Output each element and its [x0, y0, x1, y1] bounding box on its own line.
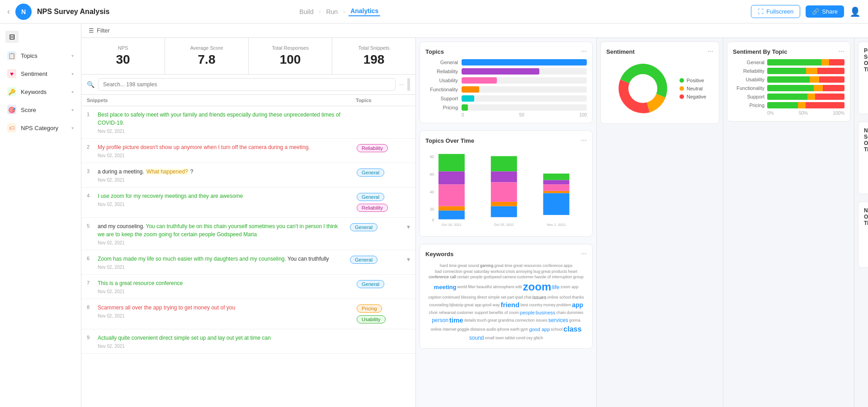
word-item[interactable]: great sound: [458, 263, 479, 268]
word-item[interactable]: chat: [524, 295, 531, 299]
word-item[interactable]: goggle: [457, 327, 469, 332]
word-item[interactable]: bjbatzip: [449, 303, 463, 307]
word-item[interactable]: oxy: [526, 336, 533, 340]
word-item[interactable]: great grandma: [488, 318, 514, 323]
word-item[interactable]: chain: [556, 310, 566, 315]
word-item[interactable]: gym: [520, 327, 528, 332]
word-item[interactable]: meeting: [434, 284, 457, 290]
topic-tag[interactable]: General: [357, 280, 384, 288]
word-item[interactable]: crisis: [505, 269, 515, 274]
sbt-more-icon[interactable]: ···: [839, 47, 844, 56]
word-item[interactable]: friend: [501, 301, 520, 309]
word-item[interactable]: annoying bug: [516, 269, 540, 274]
word-item[interactable]: earth: [510, 327, 520, 332]
topic-tag[interactable]: Usability: [357, 315, 386, 323]
word-item[interactable]: gonna: [569, 318, 580, 323]
topic-tag[interactable]: General: [357, 193, 384, 201]
expand-icon[interactable]: ▾: [407, 223, 410, 230]
word-item[interactable]: choir rehearsal: [429, 310, 456, 315]
word-item[interactable]: customer: [517, 275, 533, 279]
sentiment-more-icon[interactable]: ···: [708, 47, 713, 56]
word-item[interactable]: people: [520, 310, 535, 315]
word-item[interactable]: thanks: [572, 295, 584, 299]
wc-more-icon[interactable]: ···: [581, 250, 587, 258]
word-item[interactable]: services: [548, 317, 568, 323]
sidebar-item-keywords[interactable]: 🔑 Keywords ▾: [0, 83, 81, 101]
word-item[interactable]: touch: [477, 318, 487, 323]
word-item[interactable]: great time: [494, 263, 512, 268]
back-button[interactable]: ‹: [7, 7, 10, 16]
search-more-icon[interactable]: ···: [399, 81, 404, 88]
word-item[interactable]: issues: [532, 295, 546, 300]
topic-tag[interactable]: Reliability: [357, 204, 388, 212]
sidebar-item-sentiment[interactable]: ♥ Sentiment ▾: [0, 65, 81, 83]
word-item[interactable]: class: [563, 325, 581, 333]
sidebar-item-nps[interactable]: 🏷 NPS Category ▾: [0, 119, 81, 137]
word-item[interactable]: ipad: [515, 295, 523, 299]
topic-tag[interactable]: Pricing: [357, 304, 382, 313]
filter-button[interactable]: ☰ Filter: [89, 27, 110, 34]
word-item[interactable]: covid: [516, 336, 525, 340]
word-item[interactable]: edit: [515, 285, 522, 289]
word-item[interactable]: certain people godspeed: [457, 275, 502, 279]
word-item[interactable]: continued blessing: [442, 295, 476, 299]
sidebar-item-score[interactable]: 🎯 Score ▾: [0, 101, 81, 119]
word-item[interactable]: group: [573, 275, 584, 279]
word-item[interactable]: great products: [541, 269, 567, 274]
word-item[interactable]: audio: [486, 327, 496, 332]
step-analytics[interactable]: Analytics: [349, 7, 380, 16]
word-item[interactable]: tablet: [505, 336, 515, 340]
fullscreen-button[interactable]: ⛶ Fullscreen: [751, 5, 800, 18]
word-item[interactable]: connection issues: [515, 318, 547, 323]
topic-tag[interactable]: General: [357, 168, 384, 177]
word-item[interactable]: life: [552, 284, 560, 290]
word-item[interactable]: customer support: [457, 310, 488, 315]
word-item[interactable]: best: [520, 303, 528, 307]
word-item[interactable]: app: [572, 301, 583, 309]
sidebar-item-topics[interactable]: 📋 Topics ▾: [0, 47, 81, 65]
word-item[interactable]: zoom app: [561, 285, 579, 289]
topics-more-icon[interactable]: ···: [581, 47, 587, 56]
step-run[interactable]: Run: [324, 8, 340, 15]
word-item[interactable]: great saturday workout: [463, 269, 505, 274]
word-item[interactable]: benefits of zoom: [489, 310, 519, 315]
word-item[interactable]: bad connection: [435, 269, 462, 274]
word-item[interactable]: counseling: [429, 303, 448, 307]
word-item[interactable]: small town: [485, 336, 505, 340]
word-item[interactable]: country: [529, 303, 542, 307]
word-item[interactable]: problem: [557, 303, 571, 307]
toggle-sidebar-button[interactable]: ⊟: [5, 31, 19, 43]
word-item[interactable]: heart: [568, 269, 578, 274]
topic-tag[interactable]: Reliability: [357, 144, 388, 152]
word-item[interactable]: business: [536, 310, 555, 315]
search-input[interactable]: [98, 78, 396, 91]
word-item[interactable]: hard time: [440, 263, 457, 268]
word-item[interactable]: iphone: [497, 327, 509, 332]
expand-icon[interactable]: ▾: [407, 256, 410, 263]
word-item[interactable]: online internet: [431, 327, 457, 332]
word-item[interactable]: apps: [564, 263, 573, 268]
topic-tag[interactable]: General: [350, 223, 377, 231]
word-item[interactable]: sound: [469, 335, 484, 341]
word-item[interactable]: direct simple set: [477, 295, 506, 299]
word-item[interactable]: dummies: [567, 310, 584, 315]
word-item[interactable]: school: [551, 327, 562, 332]
user-icon[interactable]: 👤: [849, 6, 861, 17]
tot-more-icon[interactable]: ···: [581, 136, 587, 145]
word-item[interactable]: caption: [428, 295, 441, 299]
word-item[interactable]: part: [507, 295, 514, 299]
word-item[interactable]: zoom: [523, 281, 552, 293]
word-item[interactable]: conference call: [429, 275, 456, 279]
word-item[interactable]: online school: [547, 295, 571, 299]
word-item[interactable]: great app: [464, 303, 481, 307]
word-item[interactable]: good app: [529, 327, 550, 332]
word-item[interactable]: distance: [470, 327, 486, 332]
word-item[interactable]: gaming: [480, 263, 494, 268]
step-build[interactable]: Build: [297, 8, 315, 15]
word-item[interactable]: details: [464, 318, 476, 323]
word-item[interactable]: beautiful atmosphere: [476, 285, 514, 289]
word-item[interactable]: hassle of interruption: [534, 275, 572, 279]
word-item[interactable]: glitch: [533, 336, 543, 340]
word-item[interactable]: time: [449, 316, 463, 324]
word-item[interactable]: filter: [468, 285, 476, 289]
